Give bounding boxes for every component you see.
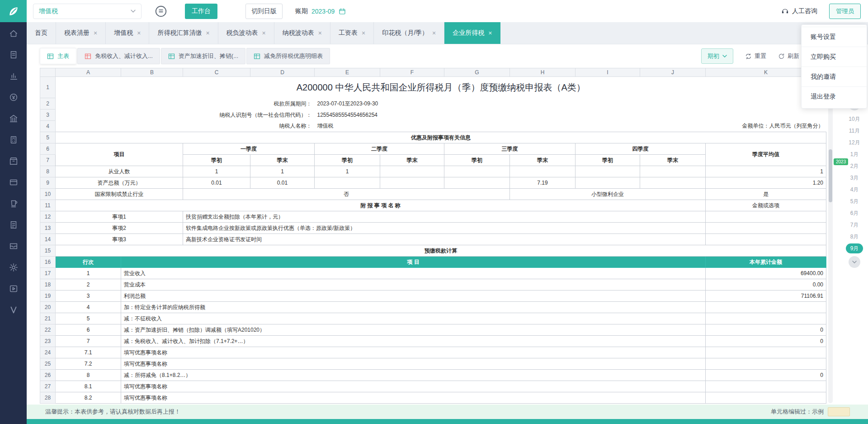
tab[interactable]: 企业所得税 ×	[444, 22, 500, 44]
cell-K12[interactable]	[706, 211, 826, 223]
tab[interactable]: 首页 ×	[27, 22, 56, 44]
cell-G7[interactable]: 季初	[444, 155, 510, 166]
scrollbar-thumb[interactable]	[829, 149, 832, 202]
app-logo[interactable]	[0, 0, 27, 22]
row-header-25[interactable]: 25	[40, 358, 56, 370]
col-header-B[interactable]: B	[121, 68, 183, 77]
cell-J8[interactable]	[640, 166, 706, 177]
tab-close-icon[interactable]: ×	[362, 30, 365, 36]
admin-button[interactable]: 管理员	[829, 4, 861, 19]
cell-B24[interactable]: 填写优惠事项名称	[121, 347, 706, 358]
cell-B28[interactable]: 填写优惠事项名称	[121, 392, 706, 404]
subtab[interactable]: 主表	[40, 48, 76, 64]
gear-icon[interactable]	[9, 262, 19, 272]
tab-close-icon[interactable]: ×	[488, 30, 492, 36]
cell-A8[interactable]: 从业人数	[56, 166, 183, 177]
cell-A23[interactable]: 7	[56, 336, 121, 347]
user-menu-item[interactable]: 我的邀请	[802, 67, 867, 86]
cell-I9[interactable]	[576, 177, 640, 189]
row-header-17[interactable]: 17	[40, 268, 56, 279]
cell-I6[interactable]: 四季度	[576, 143, 706, 155]
video-icon[interactable]	[9, 284, 19, 294]
cell-H7[interactable]: 季末	[510, 155, 576, 166]
cell-E7[interactable]: 季初	[315, 155, 380, 166]
user-menu-item[interactable]: 账号设置	[802, 27, 867, 47]
row-header-5[interactable]: 5	[40, 132, 56, 143]
cell-K22[interactable]: 0	[706, 324, 826, 336]
cell-A18[interactable]: 2	[56, 279, 121, 291]
col-header-J[interactable]: J	[640, 68, 706, 77]
cell-K24[interactable]	[706, 347, 826, 358]
cell-K11[interactable]: 金额或选项	[706, 200, 826, 211]
cell-A13[interactable]: 事项2	[56, 223, 183, 234]
cell-B20[interactable]: 加：特定业务计算的应纳税所得额	[121, 302, 706, 313]
cell-A26[interactable]: 8	[56, 370, 121, 381]
cell-B18[interactable]: 营业成本	[121, 279, 706, 291]
cell-B25[interactable]: 填写优惠事项名称	[121, 358, 706, 370]
cell-A15[interactable]: 预缴税款计算	[56, 245, 826, 257]
cell-C8[interactable]: 1	[183, 166, 250, 177]
month-item[interactable]: 5月	[844, 195, 865, 207]
tab[interactable]: 印花税（月/季） ×	[374, 22, 444, 44]
row-header-19[interactable]: 19	[40, 291, 56, 302]
cell-K23[interactable]: 0	[706, 336, 826, 347]
row-header-9[interactable]: 9	[40, 177, 56, 189]
row-header-4[interactable]: 4	[40, 121, 56, 132]
cup-icon[interactable]	[9, 199, 19, 209]
calculator-icon[interactable]	[9, 135, 19, 145]
cell-K26[interactable]: 0	[706, 370, 826, 381]
month-item[interactable]: 10月	[844, 113, 865, 125]
workbench-button[interactable]: 工作台	[185, 4, 217, 19]
cell-K25[interactable]	[706, 358, 826, 370]
row-header-26[interactable]: 26	[40, 370, 56, 381]
cell-K14[interactable]	[706, 234, 826, 245]
cell-A27[interactable]: 8.1	[56, 381, 121, 392]
cell-E6[interactable]: 二季度	[315, 143, 444, 155]
select-all-corner[interactable]	[40, 68, 56, 77]
tab[interactable]: 所得税汇算清缴 ×	[149, 22, 218, 44]
vertical-scrollbar[interactable]	[828, 68, 833, 403]
cell-K27[interactable]	[706, 381, 826, 392]
cell-H9[interactable]: 7.19	[510, 177, 576, 189]
row-header-21[interactable]: 21	[40, 313, 56, 324]
money-icon[interactable]	[9, 92, 19, 102]
tab-close-icon[interactable]: ×	[137, 30, 141, 36]
cell-K20[interactable]	[706, 302, 826, 313]
cell-A24[interactable]: 7.1	[56, 347, 121, 358]
month-item[interactable]: 11月	[844, 125, 865, 137]
row-header-20[interactable]: 20	[40, 302, 56, 313]
cell-C14[interactable]: 高新技术企业资格证书发证时间	[183, 234, 706, 245]
row-header-3[interactable]: 3	[40, 110, 56, 121]
cell-A21[interactable]: 5	[56, 313, 121, 324]
subtab[interactable]: 免税收入、减计收入...	[77, 48, 160, 64]
cell-D7[interactable]: 季末	[250, 155, 315, 166]
month-item[interactable]: 7月	[844, 219, 865, 231]
cell-B27[interactable]: 填写优惠事项名称	[121, 381, 706, 392]
cell-E2[interactable]: 2023-07-01至2023-09-30	[315, 98, 826, 110]
row-header-22[interactable]: 22	[40, 324, 56, 336]
compose-icon[interactable]	[9, 220, 19, 230]
row-header-12[interactable]: 12	[40, 211, 56, 223]
cell-A3[interactable]: 纳税人识别号（统一社会信用代码）：	[56, 110, 315, 121]
cell-E3[interactable]: 12554585554554656254	[315, 110, 826, 121]
col-header-C[interactable]: C	[183, 68, 250, 77]
month-item[interactable]: 9月	[846, 243, 863, 253]
cell-A19[interactable]: 3	[56, 291, 121, 302]
cell-B21[interactable]: 减：不征税收入	[121, 313, 706, 324]
cell-A17[interactable]: 1	[56, 268, 121, 279]
cell-K13[interactable]	[706, 223, 826, 234]
cell-F7[interactable]: 季末	[380, 155, 444, 166]
cell-A25[interactable]: 7.2	[56, 358, 121, 370]
row-header-7[interactable]: 7	[40, 155, 56, 166]
archive-icon[interactable]	[9, 156, 19, 166]
cell-G9[interactable]	[444, 177, 510, 189]
row-header-15[interactable]: 15	[40, 245, 56, 257]
bank-icon[interactable]	[9, 114, 19, 124]
cell-F8[interactable]	[380, 166, 444, 177]
cell-C7[interactable]: 季初	[183, 155, 250, 166]
tab-close-icon[interactable]: ×	[206, 30, 209, 36]
row-header-10[interactable]: 10	[40, 189, 56, 200]
month-item[interactable]: 3月	[844, 172, 865, 184]
scroll-down-button[interactable]	[849, 256, 860, 268]
row-header-16[interactable]: 16	[40, 257, 56, 268]
